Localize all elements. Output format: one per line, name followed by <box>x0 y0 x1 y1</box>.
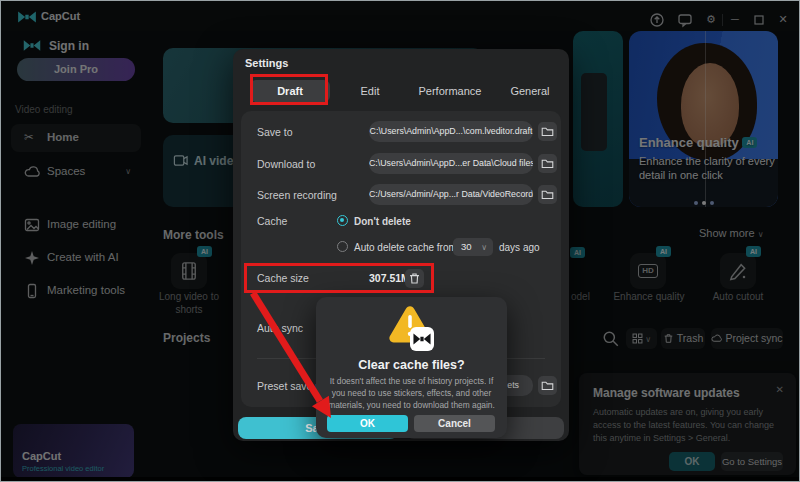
dont-delete-label: Don't delete <box>354 216 411 227</box>
folder-icon <box>541 379 554 392</box>
days-ago-label: days ago <box>499 242 540 253</box>
save-to-path-field[interactable]: C:\Users\Admin\AppD...\com.lveditor.draf… <box>369 121 533 142</box>
capcut-window: CapCut ⚙ ─ ✕ Sign in Join Pro Video edit… <box>0 0 800 482</box>
days-value: 30 <box>461 241 472 252</box>
clear-cache-cancel-button[interactable]: Cancel <box>414 415 495 432</box>
screen-recording-path-field[interactable]: C:/Users/Admin/App...r Data/VideoRecord <box>369 184 533 205</box>
tab-performance[interactable]: Performance <box>410 80 490 102</box>
clear-cache-body: It doesn't affect the use of history pro… <box>323 376 500 412</box>
clear-cache-ok-button[interactable]: OK <box>327 415 408 432</box>
settings-dialog-title: Settings <box>245 57 288 69</box>
clear-cache-dialog: Clear cache files? It doesn't affect the… <box>316 297 507 438</box>
tab-edit[interactable]: Edit <box>330 80 410 102</box>
trash-icon <box>408 272 421 285</box>
folder-icon <box>541 157 554 170</box>
tab-general[interactable]: General <box>490 80 570 102</box>
preset-save-path-browse-button[interactable] <box>538 376 557 395</box>
cache-label: Cache <box>257 215 287 227</box>
capcut-badge-icon <box>410 327 434 351</box>
cache-size-label: Cache size <box>257 272 309 284</box>
auto-delete-label: Auto delete cache from <box>354 242 457 253</box>
download-to-label: Download to <box>257 158 315 170</box>
screen-recording-browse-button[interactable] <box>538 185 557 204</box>
save-to-label: Save to <box>257 126 293 138</box>
folder-icon <box>541 125 554 138</box>
save-to-browse-button[interactable] <box>538 122 557 141</box>
auto-sync-label: Auto sync <box>257 322 303 334</box>
settings-tabs: Draft Edit Performance General <box>250 80 570 102</box>
tab-draft[interactable]: Draft <box>250 80 330 102</box>
radio-dont-delete[interactable] <box>337 215 348 226</box>
clear-cache-title: Clear cache files? <box>316 358 507 372</box>
clear-cache-button[interactable] <box>405 269 424 288</box>
radio-auto-delete[interactable] <box>337 241 348 252</box>
download-to-path-field[interactable]: C:\Users\Admin\AppD...er Data\Cloud file… <box>369 153 533 174</box>
download-to-browse-button[interactable] <box>538 154 557 173</box>
folder-icon <box>541 188 554 201</box>
screen-recording-label: Screen recording <box>257 189 337 201</box>
chevron-down-icon: ∨ <box>481 243 487 252</box>
days-dropdown[interactable]: 30 ∨ <box>453 238 493 256</box>
